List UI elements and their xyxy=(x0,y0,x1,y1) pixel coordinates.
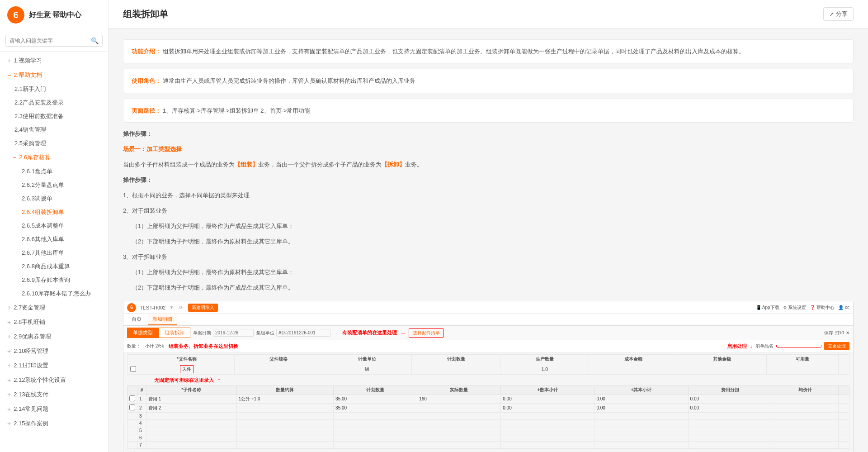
sidebar-item-2-7[interactable]: + 2.7资金管理 xyxy=(0,300,108,315)
sim-print-icon: 打印 xyxy=(835,330,844,336)
sidebar-item-2-4[interactable]: 2.4销售管理 xyxy=(0,123,108,137)
sidebar-label-2-4: 2.4销售管理 xyxy=(14,126,46,134)
search-icon[interactable]: 🔍 xyxy=(91,37,99,44)
sidebar-item-2-6-4[interactable]: 2.6.4组装拆卸单 xyxy=(0,205,108,219)
sidebar-item-2-15[interactable]: + 2.15操作案例 xyxy=(0,416,108,431)
sim-new-doc-btn[interactable]: 新建明细入 xyxy=(188,304,218,312)
sim-cell-parent-name: 关件 xyxy=(139,364,235,375)
step-2: 2、对于组装业务 xyxy=(123,205,854,217)
sim-company-id: TEST-H002 xyxy=(140,305,165,310)
sim-date-label: 单据日期 xyxy=(193,330,211,336)
sim-col-unit: 计量单位 xyxy=(323,355,411,364)
sidebar-item-2-6-8[interactable]: 2.6.8商品成本重算 xyxy=(0,260,108,273)
sim-sub-col-actual-qty: 实际数量 xyxy=(417,386,501,395)
table-row: 4 xyxy=(127,420,849,427)
sim-save-icon: 保存 xyxy=(824,330,833,336)
sim-refresh-icon: ⟳ xyxy=(179,305,183,310)
expand-icon-2-7: + xyxy=(7,304,11,311)
sub-row-checkbox-2[interactable] xyxy=(129,404,135,410)
sidebar-item-docs[interactable]: − 2.帮助文档 xyxy=(0,68,108,82)
sim-bom-btn[interactable]: 选择配件清单 xyxy=(409,328,444,338)
sidebar-item-2-1[interactable]: 2.1新手入门 xyxy=(0,82,108,96)
sidebar-label-2-1: 2.1新手入门 xyxy=(14,85,46,93)
intro-block: 功能介绍： 组装拆卸单用来处理企业组装或拆卸等加工业务，支持有固定装配清单的产品… xyxy=(123,39,854,63)
sim-cell-other xyxy=(678,364,766,375)
sidebar-label-2-11: 2.11打印设置 xyxy=(14,362,48,370)
sidebar-item-2-14[interactable]: + 2.14常见问题 xyxy=(0,402,108,416)
sim-col-cost: 成本金额 xyxy=(589,355,678,364)
sidebar-item-2-6-3[interactable]: 2.6.3调拨单 xyxy=(0,192,108,205)
sidebar-label-2-6-4: 2.6.4组装拆卸单 xyxy=(22,208,64,216)
sidebar-item-2-8[interactable]: + 2.8手机旺铺 xyxy=(0,315,108,329)
sim-annotation2-text: 组装业务、拆卸业务在这里切换 xyxy=(169,343,238,350)
sidebar-item-2-6-5[interactable]: 2.6.5成本调整单 xyxy=(0,219,108,233)
sidebar-label-2-7: 2.7资金管理 xyxy=(14,304,45,312)
sidebar-label-2-6-1: 2.6.1盘点单 xyxy=(22,167,52,176)
sim-tab-home[interactable]: 自页 xyxy=(127,314,146,325)
sim-assembly-input[interactable]: AD-20191226-001 xyxy=(276,329,330,337)
share-button[interactable]: ↗ 分享 xyxy=(823,7,854,21)
steps-sub-header: 操作步骤： xyxy=(123,174,854,186)
sidebar-item-2-6-9[interactable]: 2.6.9库存账本查询 xyxy=(0,273,108,287)
sim-bom-search-label: 消单品名 xyxy=(755,343,774,349)
sidebar-item-2-2[interactable]: 2.2产品安装及登录 xyxy=(0,96,108,109)
scene1-desc: 当由多个子件材料组装成一个成品的业务为【组装】业务，当由一个父件拆分成多个子产品… xyxy=(123,159,854,171)
search-box[interactable]: 🔍 xyxy=(5,35,103,47)
sim-date-input[interactable]: 2019-12-26 xyxy=(213,329,254,337)
sim-sub-col-check xyxy=(127,386,137,395)
sim-help-icon: ⚙ 系统设置 xyxy=(783,305,807,311)
sim-cell-plan xyxy=(412,364,500,375)
sim-annotation4-area: 无固定活可坦绿在这里录入 ↑ xyxy=(127,376,849,384)
sim-confirm-btn[interactable]: 立更处理 xyxy=(824,342,849,350)
sim-btn-disassembly[interactable]: 组装拆卸 xyxy=(159,328,190,338)
step-2-1: （1）上部明细为父件明细，最终作为产成品生成其它入库单； xyxy=(123,220,854,232)
expand-icon-2-6: − xyxy=(13,154,16,161)
sidebar-item-2-6-7[interactable]: 2.6.7其他出库单 xyxy=(0,246,108,260)
sim-num-value: 小计 2/5k xyxy=(145,343,164,349)
expand-icon-2-10: + xyxy=(7,347,11,355)
step-1: 1、根据不同的业务，选择不同单据的类型来处理 xyxy=(123,190,854,201)
path-label: 页面路径： xyxy=(132,107,161,114)
steps-section: 操作步骤： 场景一：加工类型选择 当由多个子件材料组装成一个成品的业务为【组装】… xyxy=(123,128,854,294)
sim-arrow1-icon: → xyxy=(400,329,406,337)
sidebar-item-video[interactable]: + 1.视频学习 xyxy=(0,53,108,68)
sidebar-item-2-6[interactable]: − 2.6库存核算 xyxy=(0,150,108,165)
sidebar-item-2-6-6[interactable]: 2.6.6其他入库单 xyxy=(0,233,108,246)
expand-icon-2-13: + xyxy=(7,391,11,398)
sidebar-item-2-13[interactable]: + 2.13在线支付 xyxy=(0,387,108,402)
sim-close-icon: ✕ xyxy=(846,330,849,335)
sim-assembly-field: 集组单位 AD-20191226-001 xyxy=(256,329,330,337)
step-3-2: （2）下部明细为子件明细，最终作为产成品生成其它入库单。 xyxy=(123,282,854,294)
table-row: 5 xyxy=(127,427,849,434)
sim-tab-detail[interactable]: 新加明细 xyxy=(148,314,177,325)
sidebar-item-2-6-1[interactable]: 2.6.1盘点单 xyxy=(0,165,108,178)
app-logo-icon: 6 xyxy=(7,6,24,24)
sidebar-label-docs: 2.帮助文档 xyxy=(14,71,42,79)
intro-label: 功能介绍： xyxy=(132,48,161,55)
sim-annotation3-text: 启用处理 xyxy=(727,343,747,350)
sidebar-item-2-9[interactable]: + 2.9优惠券管理 xyxy=(0,329,108,344)
sidebar-item-2-6-10[interactable]: 2.6.10库存账本错了怎么办 xyxy=(0,287,108,300)
sim-sub-col-act xyxy=(839,386,849,395)
sidebar-label-2-13: 2.13在线支付 xyxy=(14,390,48,399)
sidebar-item-2-3[interactable]: 2.3使用前数据准备 xyxy=(0,109,108,123)
sim-right-controls: 启用处理 ↓ 消单品名 立更处理 xyxy=(727,342,849,350)
expand-icon-2-9: + xyxy=(7,333,11,340)
sim-bom-search-input[interactable] xyxy=(776,345,821,347)
row-checkbox[interactable] xyxy=(130,366,136,372)
sub-row-checkbox-1[interactable] xyxy=(129,395,135,401)
sidebar-item-2-11[interactable]: + 2.11打印设置 xyxy=(0,358,108,373)
sidebar-item-2-12[interactable]: + 2.12系统个性化设置 xyxy=(0,373,108,387)
logo-area: 6 好生意 帮助中心 xyxy=(0,0,108,30)
sidebar-item-2-5[interactable]: 2.5采购管理 xyxy=(0,137,108,150)
sim-parent-name-input[interactable]: 关件 xyxy=(180,365,193,373)
sim-col-avail: 可用量 xyxy=(766,355,838,364)
sidebar-item-2-6-2[interactable]: 2.6.2分量盘点单 xyxy=(0,178,108,192)
table-row: 7 xyxy=(127,442,849,449)
sidebar-item-2-10[interactable]: + 2.10经营管理 xyxy=(0,344,108,358)
sim-sub-col-plan-qty: 计划数量 xyxy=(334,386,417,395)
sim-cell-spec xyxy=(234,364,323,375)
search-input[interactable] xyxy=(9,38,91,44)
sim-btn-assembly[interactable]: 单据类型 xyxy=(127,328,159,338)
sidebar-label-2-6-5: 2.6.5成本调整单 xyxy=(22,222,64,230)
